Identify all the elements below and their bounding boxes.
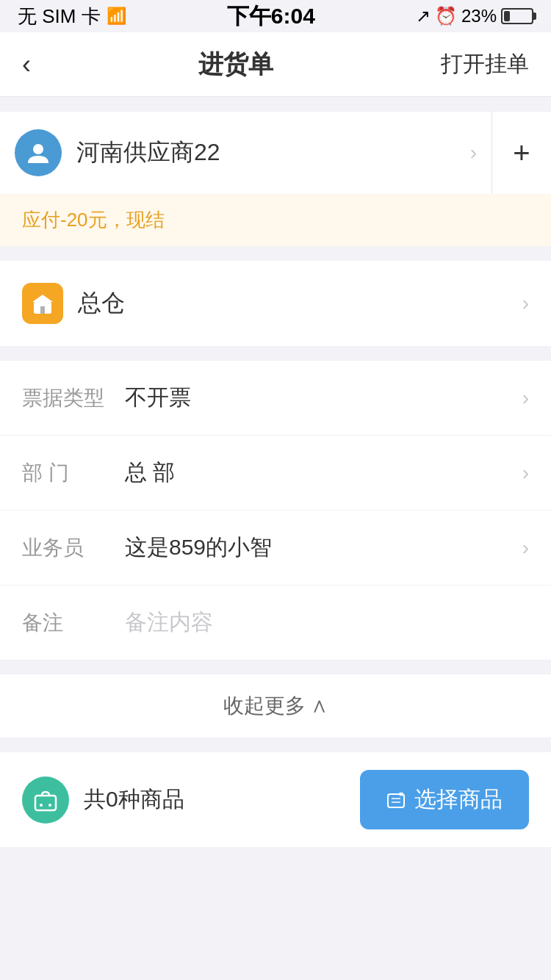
remark-row[interactable]: 备注 备注内容 — [0, 586, 551, 660]
warehouse-icon-bg — [22, 283, 63, 324]
carrier-text: 无 SIM 卡 — [18, 4, 101, 29]
select-product-label: 选择商品 — [414, 785, 503, 815]
department-chevron-icon: › — [522, 461, 529, 485]
select-product-button[interactable]: 选择商品 — [360, 770, 529, 829]
wifi-icon: 📶 — [107, 7, 126, 26]
svg-point-6 — [48, 804, 51, 807]
warehouse-name: 总仓 — [78, 287, 515, 320]
notice-text: 应付-20元，现结 — [22, 209, 165, 231]
location-icon: ↗ — [416, 6, 431, 26]
invoice-chevron-icon: › — [522, 386, 529, 410]
content: 河南供应商22 › + 应付-20元，现结 总仓 › 票据类型 不开票 › 部 … — [0, 112, 551, 847]
add-supplier-button[interactable]: + — [492, 112, 551, 194]
supplier-selector[interactable]: 河南供应商22 › — [0, 112, 492, 194]
battery-text: 23% — [461, 6, 497, 26]
svg-point-5 — [40, 804, 43, 807]
collapse-label: 收起更多 ∧ — [223, 692, 328, 720]
product-icon-bg — [22, 777, 69, 824]
department-value: 总 部 — [125, 458, 515, 488]
svg-point-0 — [33, 144, 43, 154]
status-left: 无 SIM 卡 📶 — [18, 4, 126, 29]
department-label: 部 门 — [22, 459, 125, 487]
salesperson-chevron-icon: › — [522, 536, 529, 560]
cart-icon — [32, 787, 59, 813]
salesperson-value: 这是859的小智 — [125, 533, 515, 563]
svg-marker-2 — [32, 295, 53, 302]
battery-icon — [501, 8, 533, 24]
invoice-type-value: 不开票 — [125, 383, 515, 413]
invoice-type-label: 票据类型 — [22, 384, 125, 412]
supplier-avatar — [15, 129, 62, 176]
salesperson-label: 业务员 — [22, 534, 125, 562]
supplier-section: 河南供应商22 › + — [0, 112, 551, 194]
svg-rect-4 — [35, 796, 56, 810]
supplier-chevron-icon: › — [470, 141, 477, 165]
svg-rect-3 — [40, 306, 45, 314]
salesperson-row[interactable]: 业务员 这是859的小智 › — [0, 511, 551, 586]
department-row[interactable]: 部 门 总 部 › — [0, 436, 551, 511]
warehouse-icon — [31, 292, 54, 315]
collapse-button[interactable]: 收起更多 ∧ — [0, 674, 551, 738]
warehouse-chevron-icon: › — [522, 292, 529, 315]
remark-label: 备注 — [22, 609, 125, 637]
bottom-bar: 共0种商品 选择商品 — [0, 752, 551, 847]
remark-placeholder[interactable]: 备注内容 — [125, 608, 529, 638]
invoice-type-row[interactable]: 票据类型 不开票 › — [0, 361, 551, 436]
nav-bar: ‹ 进货单 打开挂单 — [0, 32, 551, 97]
alarm-icon: ⏰ — [435, 6, 457, 26]
status-time: 下午6:04 — [227, 1, 315, 32]
back-button[interactable]: ‹ — [22, 49, 31, 80]
select-product-icon — [386, 790, 407, 810]
warehouse-row[interactable]: 总仓 › — [0, 261, 551, 346]
open-pending-button[interactable]: 打开挂单 — [441, 49, 529, 79]
fields-section: 票据类型 不开票 › 部 门 总 部 › 业务员 这是859的小智 › 备注 备… — [0, 361, 551, 660]
notice-banner: 应付-20元，现结 — [0, 194, 551, 246]
svg-rect-7 — [388, 794, 404, 807]
status-bar: 无 SIM 卡 📶 下午6:04 ↗ ⏰ 23% — [0, 0, 551, 32]
supplier-name: 河南供应商22 — [76, 137, 463, 169]
nav-title: 进货单 — [198, 48, 273, 82]
status-right: ↗ ⏰ 23% — [416, 6, 533, 26]
person-icon — [25, 140, 51, 166]
product-count: 共0种商品 — [84, 785, 345, 815]
